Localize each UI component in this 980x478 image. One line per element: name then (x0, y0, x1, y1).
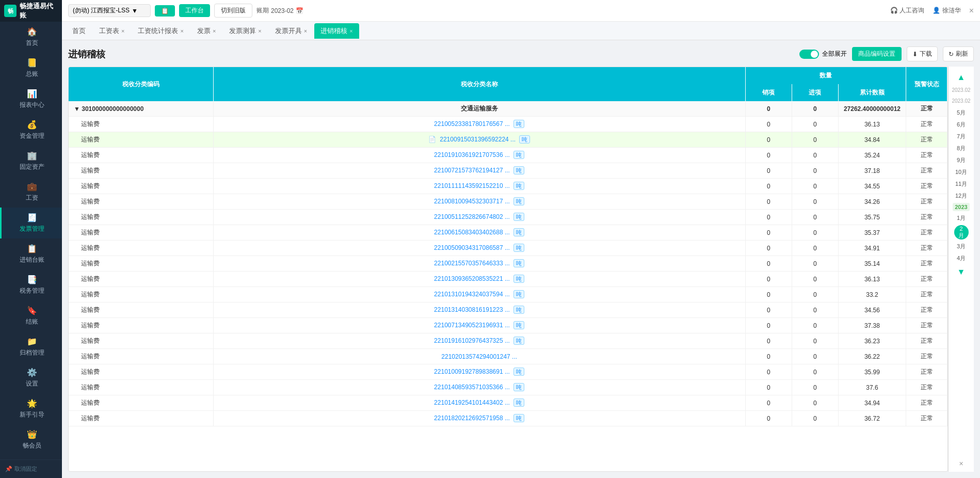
workspace-button[interactable]: 工作台 (179, 4, 210, 17)
tab-home[interactable]: 首页 (66, 23, 92, 39)
row-purchase: 0 (792, 101, 838, 117)
sidebar-item-settings[interactable]: ⚙️设置 (0, 362, 62, 393)
sidebar-item-assets[interactable]: 🏢固定资产 (0, 146, 62, 177)
right-panel-month[interactable]: 2月 (954, 225, 969, 240)
sidebar-icon-member: 👑 (27, 429, 37, 439)
row-invoice: 22100511252826674802 ... 吨 (213, 210, 745, 225)
tab-close-invoice-calc[interactable]: × (258, 28, 261, 34)
row-sale: 0 (745, 101, 792, 117)
col-header-purchase: 进项 (792, 84, 838, 101)
tag-badge: 吨 (513, 182, 524, 190)
right-panel-month[interactable]: 3月 (954, 241, 969, 252)
topbar-right: 🎧 人工咨询 👤 徐涟华 × (890, 6, 974, 15)
refresh-button[interactable]: ↻ 刷新 (943, 46, 974, 61)
right-panel-month[interactable]: 10月 (952, 166, 970, 178)
tab-close-salary-table[interactable]: × (121, 28, 124, 34)
sidebar-item-settle[interactable]: 🔖结账 (0, 300, 62, 331)
row-total: 34.26 (838, 194, 906, 210)
right-panel-close[interactable]: × (959, 459, 963, 468)
tab-close-invoice[interactable]: × (213, 28, 216, 34)
sidebar-item-home[interactable]: 🏠首页 (0, 22, 62, 53)
support-link[interactable]: 🎧 人工咨询 (890, 6, 924, 15)
sidebar-item-sales-desk[interactable]: 📋进销台账 (0, 238, 62, 269)
company-selector[interactable]: (勿动) 江西报宝-LSS ▼ (68, 4, 151, 17)
sidebar-item-member[interactable]: 👑畅会员 (0, 424, 62, 455)
unpin-button[interactable]: 📌 取消固定 (0, 459, 62, 478)
user-menu[interactable]: 👤 徐涟华 (933, 6, 960, 15)
row-purchase: 0 (792, 287, 838, 302)
tab-invoice-calc[interactable]: 发票测算× (223, 23, 267, 39)
tag-badge: 吨 (513, 166, 524, 174)
sidebar-item-salary[interactable]: 💼工资 (0, 177, 62, 208)
sidebar-item-archive[interactable]: 📁归档管理 (0, 331, 62, 362)
table-row: 运输费 22100509034317086587 ... 吨 0 0 34.91… (69, 241, 947, 256)
row-status: 正常 (906, 225, 947, 241)
tab-close-reconcile[interactable]: × (349, 28, 352, 34)
right-panel-month[interactable]: 7月 (952, 131, 970, 142)
content-area: 进销稽核 全部展开 商品编码设置 ⬇ 下载 ↻ 刷新 (62, 40, 980, 478)
sidebar-icon-archive: 📁 (27, 337, 37, 346)
sidebar-label-funds: 资金管理 (20, 132, 44, 140)
tab-close-invoice-open[interactable]: × (304, 28, 307, 34)
row-total: 37.6 (838, 380, 906, 395)
row-label: 运输费 (69, 241, 213, 256)
settings-button[interactable]: 商品编码设置 (852, 47, 902, 61)
data-table-wrapper[interactable]: 税收分类编码 税收分类名称 数量 预警状态 销项 进项 累计数额 ▼ 30100… (68, 67, 948, 472)
row-invoice: 22102013574294001247 ... (213, 349, 745, 364)
table-row: 运输费 22101309365208535221 ... 吨 0 0 36.13… (69, 272, 947, 287)
row-sale: 0 (745, 163, 792, 179)
row-label: 运输费 (69, 272, 213, 287)
tab-reconcile[interactable]: 进销稽核× (314, 23, 359, 39)
row-sale: 0 (745, 349, 792, 364)
row-invoice: 22101419254101443402 ... 吨 (213, 395, 745, 411)
sidebar-item-guide[interactable]: 🌟新手引导 (0, 393, 62, 424)
table-row: 运输费 22100810094532303717 ... 吨 0 0 34.26… (69, 194, 947, 210)
table-row: 运输费 22101408593571035366 ... 吨 0 0 37.6 … (69, 380, 947, 395)
right-panel-month[interactable]: 11月 (952, 178, 970, 190)
switch-version-button[interactable]: 切到旧版 (214, 4, 252, 18)
row-total: 35.14 (838, 256, 906, 272)
row-invoice: 22100810094532303717 ... 吨 (213, 194, 745, 210)
row-label: 运输费 (69, 148, 213, 163)
sidebar-item-reports[interactable]: 📊报表中心 (0, 84, 62, 115)
right-panel-month[interactable]: 6月 (952, 119, 970, 131)
tab-close-salary-stats[interactable]: × (180, 28, 183, 34)
copy-button[interactable]: 📋 (155, 5, 175, 17)
download-button[interactable]: ⬇ 下载 (907, 46, 938, 61)
tab-invoice-open[interactable]: 发票开具× (269, 23, 313, 39)
right-panel-up-arrow[interactable]: ▲ (955, 71, 968, 84)
right-panel-month[interactable]: 1月 (954, 212, 969, 224)
right-panel-month[interactable]: 9月 (952, 154, 970, 166)
right-panel-month[interactable]: 5月 (952, 107, 970, 119)
sidebar-item-funds[interactable]: 💰资金管理 (0, 115, 62, 146)
sidebar-item-ledger[interactable]: 📒总账 (0, 53, 62, 84)
sidebar-icon-funds: 💰 (27, 120, 37, 130)
row-label: 运输费 (69, 194, 213, 210)
table-section: 税收分类编码 税收分类名称 数量 预警状态 销项 进项 累计数额 ▼ 30100… (68, 67, 974, 472)
row-total: 36.13 (838, 117, 906, 132)
tab-label-invoice-open: 发票开具 (275, 26, 302, 36)
row-sale: 0 (745, 411, 792, 426)
row-label: 运输费 (69, 333, 213, 349)
row-purchase: 0 (792, 395, 838, 411)
right-panel-month[interactable]: 8月 (952, 142, 970, 154)
right-panel-month[interactable]: 4月 (954, 252, 969, 264)
sidebar-item-tax[interactable]: 📑税务管理 (0, 269, 62, 300)
calendar-icon[interactable]: 📅 (296, 7, 303, 14)
right-panel-down-arrow[interactable]: ▼ (955, 265, 968, 279)
sidebar-label-settings: 设置 (26, 379, 38, 388)
tab-salary-stats[interactable]: 工资统计报表× (132, 23, 189, 39)
right-panel-month[interactable]: 12月 (952, 190, 970, 202)
sidebar-icon-salary: 💼 (27, 182, 37, 192)
tag-badge: 吨 (513, 337, 524, 345)
expand-toggle[interactable] (799, 50, 819, 59)
row-purchase: 0 (792, 225, 838, 241)
tab-invoice[interactable]: 发票× (191, 23, 222, 39)
tab-salary-table[interactable]: 工资表× (93, 23, 131, 39)
tag-badge: 吨 (513, 383, 524, 391)
row-label: 运输费 (69, 302, 213, 318)
sidebar-item-invoice[interactable]: 🧾发票管理 (0, 208, 62, 238)
sidebar-label-reports: 报表中心 (20, 101, 44, 109)
row-purchase: 0 (792, 179, 838, 194)
window-close-icon[interactable]: × (969, 6, 974, 15)
